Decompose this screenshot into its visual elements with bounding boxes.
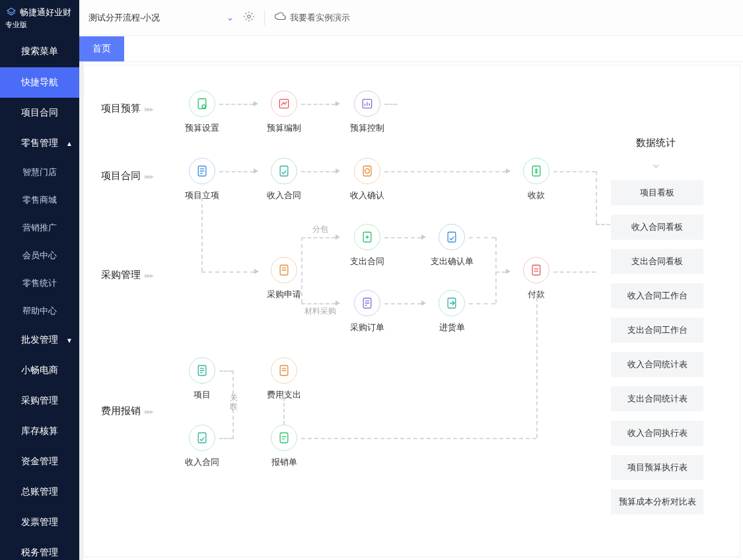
assoc-label: 关 联 bbox=[230, 393, 238, 411]
stat-btn-7[interactable]: 收入合同执行表 bbox=[611, 421, 703, 446]
node-exp-confirm[interactable]: 支出确认单 bbox=[422, 224, 481, 267]
node-receipt[interactable]: 收款 bbox=[507, 158, 566, 201]
svg-point-8 bbox=[365, 169, 370, 174]
connector bbox=[201, 271, 254, 273]
node-purchase-order[interactable]: 采购订单 bbox=[337, 290, 397, 333]
divider bbox=[264, 10, 265, 26]
chevron-down-icon: ⌄ bbox=[651, 155, 662, 171]
stats-title: 数据统计 bbox=[636, 137, 676, 149]
brand-edition: 专业版 bbox=[5, 20, 27, 30]
chevron-down-icon: ⌄ bbox=[227, 13, 234, 22]
node-budget-set[interactable]: 预算设置 bbox=[172, 90, 232, 134]
demo-label: 我要看实例演示 bbox=[290, 12, 350, 24]
doc-check-icon bbox=[271, 158, 297, 184]
connector bbox=[553, 271, 596, 273]
doc-reimburse-icon bbox=[271, 425, 297, 451]
nav-retail-member[interactable]: 会员中心 bbox=[0, 242, 79, 269]
nav-retail-mall[interactable]: 零售商城 bbox=[0, 186, 79, 214]
nav-invoice[interactable]: 发票管理 bbox=[0, 507, 79, 538]
flow-canvas: 项目预算▸▸▸ 项目合同▸▸▸ 采购管理▸▸▸ 费用报销▸▸▸ 预算设置 预算编… bbox=[84, 65, 740, 557]
stat-btn-8[interactable]: 项目预算执行表 bbox=[611, 455, 703, 480]
svg-rect-18 bbox=[198, 433, 206, 443]
nav-retail-smart-store[interactable]: 智慧门店 bbox=[0, 158, 79, 186]
cloud-icon bbox=[274, 11, 286, 24]
nav-project-contract[interactable]: 项目合同 bbox=[0, 98, 79, 128]
nav-retail[interactable]: 零售管理 ▲ bbox=[0, 128, 79, 158]
doc-in-icon bbox=[439, 290, 465, 316]
stat-btn-5[interactable]: 收入合同统计表 bbox=[611, 352, 703, 377]
brand-name: 畅捷通好业财 bbox=[20, 7, 71, 18]
arrow-right-icon bbox=[336, 234, 340, 240]
svg-rect-19 bbox=[280, 433, 288, 443]
connector bbox=[384, 303, 421, 304]
stat-btn-4[interactable]: 支出合同工作台 bbox=[611, 318, 703, 343]
org-name: 测试分开流程-小况 bbox=[88, 12, 160, 24]
doc-gear-icon bbox=[189, 90, 215, 117]
node-purchase-req[interactable]: 采购申请 bbox=[254, 257, 314, 300]
stat-btn-2[interactable]: 支出合同看板 bbox=[611, 249, 703, 274]
header: 测试分开流程-小况 ⌄ 我要看实例演示 bbox=[79, 0, 743, 36]
stat-btn-0[interactable]: 项目看板 bbox=[611, 180, 703, 205]
connector bbox=[384, 171, 506, 172]
doc-bar-icon bbox=[354, 90, 380, 117]
arrow-right-icon bbox=[254, 269, 259, 274]
nav-retail-marketing[interactable]: 营销推广 bbox=[0, 214, 79, 242]
arrow-right-icon bbox=[336, 101, 340, 106]
stat-btn-6[interactable]: 支出合同统计表 bbox=[611, 386, 703, 411]
arrow-right-icon bbox=[421, 300, 426, 306]
nav-quick[interactable]: 快捷导航 bbox=[0, 67, 79, 98]
nav-purchase-mgmt[interactable]: 采购管理 bbox=[0, 386, 79, 416]
nav-funds[interactable]: 资金管理 bbox=[0, 446, 79, 477]
nav-retail-stats[interactable]: 零售统计 bbox=[0, 269, 79, 297]
nav-general-ledger[interactable]: 总账管理 bbox=[0, 477, 79, 507]
arrow-right-icon bbox=[336, 300, 340, 306]
stat-btn-9[interactable]: 预算成本分析对比表 bbox=[611, 489, 703, 514]
caret-down-icon: ▼ bbox=[66, 337, 73, 344]
svg-rect-12 bbox=[448, 232, 456, 242]
node-income-contract[interactable]: 收入合同 bbox=[254, 158, 314, 201]
node-budget-make[interactable]: 预算编制 bbox=[254, 90, 314, 134]
nav-wholesale[interactable]: 批发管理 ▼ bbox=[0, 325, 79, 355]
stat-btn-3[interactable]: 收入合同工作台 bbox=[611, 283, 703, 308]
node-budget-ctrl[interactable]: 预算控制 bbox=[337, 90, 397, 134]
tab-home[interactable]: 首页 bbox=[79, 36, 124, 61]
connector bbox=[283, 397, 285, 425]
connector bbox=[219, 370, 232, 372]
arrow-up-icon bbox=[281, 395, 286, 400]
caret-up-icon: ▲ bbox=[66, 140, 73, 147]
node-reimburse[interactable]: 报销单 bbox=[254, 425, 314, 468]
doc-project-icon bbox=[189, 357, 215, 384]
connector bbox=[219, 438, 232, 439]
node-income-contract2[interactable]: 收入合同 bbox=[172, 425, 232, 468]
gear-icon[interactable] bbox=[243, 11, 255, 24]
stat-btn-1[interactable]: 收入合同看板 bbox=[611, 215, 703, 240]
nav-inventory[interactable]: 库存核算 bbox=[0, 416, 79, 446]
org-selector[interactable]: 测试分开流程-小况 ⌄ bbox=[88, 12, 234, 24]
doc-pay-icon bbox=[523, 257, 549, 283]
connector bbox=[495, 271, 506, 273]
node-goods-in[interactable]: 进货单 bbox=[422, 290, 481, 333]
row-label-budget: 项目预算▸▸▸ bbox=[101, 102, 153, 115]
node-payment[interactable]: 付款 bbox=[507, 257, 566, 300]
nav-ecommerce[interactable]: 小畅电商 bbox=[0, 355, 79, 386]
doc-expense-icon bbox=[271, 357, 297, 384]
node-income-confirm[interactable]: 收入确认 bbox=[337, 158, 397, 201]
connector bbox=[384, 237, 421, 238]
connector bbox=[219, 104, 254, 105]
node-proj-init[interactable]: 项目立项 bbox=[172, 158, 232, 201]
demo-link[interactable]: 我要看实例演示 bbox=[274, 11, 350, 24]
brand-logo-icon bbox=[5, 7, 17, 18]
nav-retail-help[interactable]: 帮助中心 bbox=[0, 297, 79, 325]
sidebar-search[interactable]: 搜索菜单 bbox=[0, 36, 79, 67]
tabs: 首页 bbox=[79, 36, 743, 62]
connector bbox=[469, 237, 495, 238]
connector bbox=[201, 197, 203, 271]
doc-stamp-icon bbox=[354, 158, 380, 184]
nav-tax[interactable]: 税务管理 bbox=[0, 538, 79, 560]
connector bbox=[301, 171, 336, 172]
svg-rect-7 bbox=[363, 166, 371, 176]
arrow-right-icon bbox=[421, 234, 426, 240]
node-project[interactable]: 项目 bbox=[172, 357, 232, 401]
connector bbox=[301, 303, 336, 304]
node-exp-contract[interactable]: 支出合同 bbox=[337, 224, 397, 267]
